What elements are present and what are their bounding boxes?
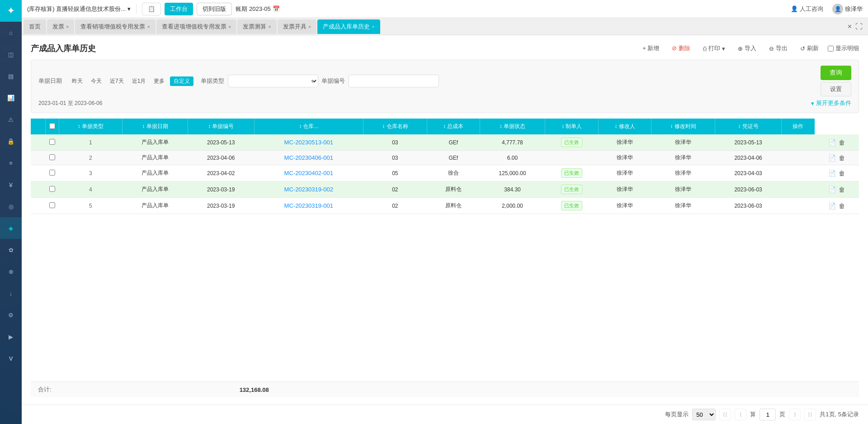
tab-calc-close[interactable]: × bbox=[268, 24, 271, 29]
col-number[interactable]: ↕ 单据编号 bbox=[188, 119, 254, 134]
row-delete-icon[interactable]: 🗑 bbox=[839, 170, 845, 177]
row-number-link[interactable]: MC-20230319-002 bbox=[284, 186, 333, 193]
col-type[interactable]: ↕ 单据类型 bbox=[59, 119, 123, 134]
checkbox-col-header[interactable] bbox=[45, 119, 59, 134]
row-delete-icon[interactable]: 🗑 bbox=[839, 154, 845, 162]
sidebar-item-cog[interactable]: ⚙ bbox=[0, 304, 22, 326]
column-settings-icon[interactable]: ⚙ bbox=[35, 123, 41, 130]
company-selector[interactable]: (库存核算) 直播轻娱通信息技术股份... ▾ bbox=[27, 5, 131, 13]
tab-calc[interactable]: 发票测算 × bbox=[237, 19, 276, 34]
row-delete-icon[interactable]: 🗑 bbox=[839, 186, 845, 193]
tab-invoice-open[interactable]: 发票开具 × bbox=[278, 19, 316, 34]
app-logo[interactable]: ✦ bbox=[0, 0, 22, 22]
shortcut-more[interactable]: 更多 bbox=[151, 76, 167, 86]
row-checkbox[interactable] bbox=[49, 154, 55, 160]
tab-maximize[interactable]: ⛶ bbox=[855, 23, 863, 31]
row-number-link[interactable]: MC-20230513-001 bbox=[284, 139, 333, 146]
last-page-button[interactable]: ⟩⟩ bbox=[804, 409, 816, 420]
col-voucher[interactable]: ↕ 凭证号 bbox=[715, 119, 782, 134]
settings-col-header[interactable]: ⚙ bbox=[31, 119, 45, 134]
show-summary-checkbox-wrap[interactable]: 显示明细 bbox=[828, 44, 859, 52]
print-button[interactable]: ⎙ 打印 ▾ bbox=[699, 43, 729, 54]
expand-more-button[interactable]: ▾ 展开更多条件 bbox=[811, 99, 851, 107]
sidebar-item-download[interactable]: ↓ bbox=[0, 282, 22, 304]
row-edit-icon[interactable]: 📄 bbox=[828, 154, 836, 162]
tab-purchase-vat-close[interactable]: × bbox=[228, 24, 231, 29]
row-checkbox[interactable] bbox=[49, 186, 55, 192]
page-number-input[interactable] bbox=[760, 409, 776, 420]
row-edit-icon[interactable]: 📄 bbox=[828, 139, 836, 146]
tab-invoice-close[interactable]: × bbox=[66, 24, 69, 29]
consult-button[interactable]: 👤 人工咨询 bbox=[787, 3, 827, 15]
shortcut-custom[interactable]: 自定义 bbox=[170, 76, 193, 86]
tab-sales-vat-close[interactable]: × bbox=[147, 24, 150, 29]
sidebar-item-inventory[interactable]: ◈ bbox=[0, 217, 22, 239]
sidebar-item-doc[interactable]: ▤ bbox=[0, 65, 22, 87]
sidebar-item-v[interactable]: V bbox=[0, 348, 22, 369]
sidebar-item-list[interactable]: ≡ bbox=[0, 152, 22, 174]
tab-sales-vat[interactable]: 查看销项增值税专用发票 × bbox=[75, 19, 155, 34]
sidebar-item-money[interactable]: ¥ bbox=[0, 174, 22, 195]
tab-close-all[interactable]: × bbox=[848, 23, 852, 31]
row-edit-icon[interactable]: 📄 bbox=[828, 186, 836, 193]
row-checkbox[interactable] bbox=[49, 170, 55, 176]
shortcut-today[interactable]: 今天 bbox=[88, 76, 104, 86]
sidebar-item-org[interactable]: ◫ bbox=[0, 43, 22, 65]
filter-setting-button[interactable]: 设置 bbox=[821, 82, 851, 96]
row-edit-icon[interactable]: 📄 bbox=[828, 170, 836, 177]
col-modify-time[interactable]: ↕ 修改时间 bbox=[651, 119, 715, 134]
user-menu[interactable]: 👤 徐泽华 bbox=[832, 4, 863, 14]
tab-product-history[interactable]: 产成品入库单历史 × bbox=[317, 19, 380, 34]
shortcut-1month[interactable]: 近1月 bbox=[129, 76, 149, 86]
switch-button[interactable]: 切到旧版 bbox=[197, 3, 232, 15]
col-modifier[interactable]: ↕ 修改人 bbox=[599, 119, 651, 134]
doc-num-input[interactable] bbox=[349, 75, 439, 87]
export-button[interactable]: ⊖ 导出 bbox=[765, 43, 791, 54]
copy-btn[interactable]: 📋 bbox=[142, 3, 161, 15]
query-button[interactable]: 查询 bbox=[821, 66, 851, 80]
sidebar-item-chart[interactable]: 📊 bbox=[0, 87, 22, 109]
sidebar-item-home[interactable]: ⌂ bbox=[0, 22, 22, 43]
tab-product-history-close[interactable]: × bbox=[372, 24, 374, 29]
row-checkbox[interactable] bbox=[49, 139, 55, 145]
shortcut-yesterday[interactable]: 昨天 bbox=[69, 76, 85, 86]
sidebar-item-purchase[interactable]: ✿ bbox=[0, 239, 22, 261]
select-all-checkbox[interactable] bbox=[49, 123, 55, 129]
row-delete-icon[interactable]: 🗑 bbox=[839, 202, 845, 210]
delete-button[interactable]: ⊘ 删除 bbox=[668, 43, 694, 54]
next-page-button[interactable]: ⟩ bbox=[789, 409, 801, 420]
sidebar-item-lock[interactable]: 🔒 bbox=[0, 130, 22, 152]
show-summary-checkbox[interactable] bbox=[828, 46, 834, 52]
row-number-link[interactable]: MC-20230319-001 bbox=[284, 202, 333, 209]
col-warehouse-name[interactable]: ↕ 仓库名称 bbox=[363, 119, 427, 134]
workbench-button[interactable]: 工作台 bbox=[165, 3, 193, 15]
tab-home[interactable]: 首页 bbox=[24, 19, 46, 34]
per-page-select[interactable]: 50 10 20 100 bbox=[692, 409, 716, 420]
doc-type-select[interactable] bbox=[228, 75, 318, 87]
row-edit-icon[interactable]: 📄 bbox=[828, 202, 836, 210]
import-button[interactable]: ⊕ 导入 bbox=[734, 43, 760, 54]
tab-invoice[interactable]: 发票 × bbox=[47, 19, 74, 34]
tab-purchase-vat[interactable]: 查看进项增值税专用发票 × bbox=[156, 19, 236, 34]
first-page-button[interactable]: ⟨⟨ bbox=[719, 409, 731, 420]
col-status[interactable]: ↕ 单据状态 bbox=[480, 119, 545, 134]
tab-invoice-open-close[interactable]: × bbox=[308, 24, 311, 29]
sidebar-item-alert[interactable]: ⚠ bbox=[0, 109, 22, 130]
col-date[interactable]: ↕ 单据日期 bbox=[123, 119, 188, 134]
sidebar-item-search2[interactable]: ⊕ bbox=[0, 261, 22, 282]
row-delete-icon[interactable]: 🗑 bbox=[839, 139, 845, 146]
col-creator[interactable]: ↕ 制单人 bbox=[545, 119, 599, 134]
shortcut-7days[interactable]: 近7天 bbox=[107, 76, 127, 86]
col-warehouse-code[interactable]: ↕ 仓库... bbox=[254, 119, 363, 134]
refresh-button[interactable]: ↺ 刷新 bbox=[797, 43, 822, 54]
col-total-cost[interactable]: ↕ 总成本 bbox=[427, 119, 480, 134]
sidebar-item-play[interactable]: ▶ bbox=[0, 326, 22, 348]
new-button[interactable]: + 新增 bbox=[639, 43, 663, 54]
calendar-icon[interactable]: 📅 bbox=[273, 5, 280, 12]
sidebar-item-setting2[interactable]: ◎ bbox=[0, 195, 22, 217]
row-num: 4 bbox=[59, 181, 123, 198]
row-number-link[interactable]: MC-20230406-001 bbox=[284, 154, 333, 161]
row-number-link[interactable]: MC-20230402-001 bbox=[284, 170, 333, 176]
prev-page-button[interactable]: ⟨ bbox=[735, 409, 746, 420]
row-checkbox[interactable] bbox=[49, 202, 55, 208]
